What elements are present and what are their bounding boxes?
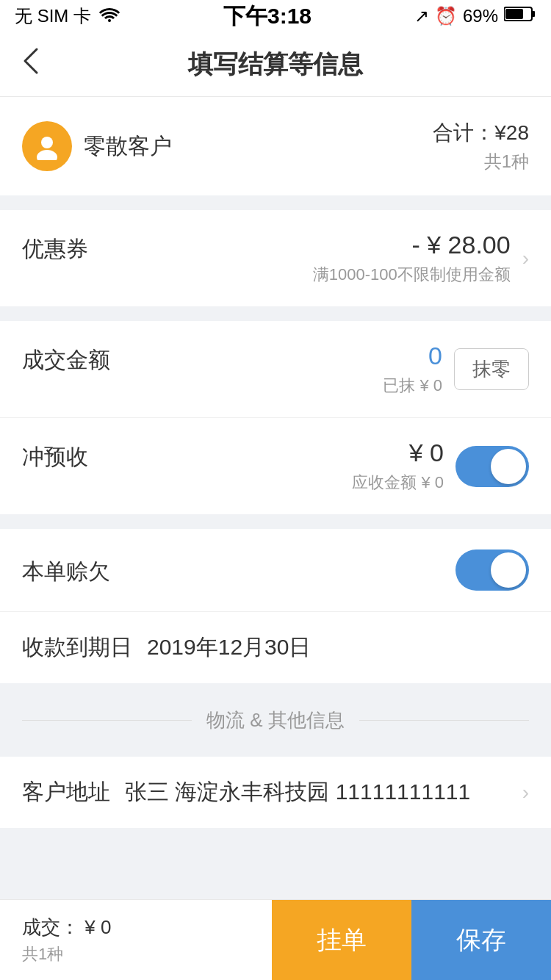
sim-status: 无 SIM 卡 [15, 4, 91, 28]
status-bar: 无 SIM 卡 下午3:18 ↗ ⏰ 69% [0, 0, 551, 32]
battery-level: 69% [463, 6, 498, 26]
round-button[interactable]: 抹零 [454, 348, 529, 390]
coupon-desc: 满1000-100不限制使用金额 [313, 264, 511, 286]
customer-count: 共1种 [433, 150, 529, 173]
coupon-right: - ¥ 28.00 满1000-100不限制使用金额 › [313, 231, 529, 286]
deal-amount-value: 0 [383, 342, 442, 370]
coupon-amount: - ¥ 28.00 [313, 231, 511, 259]
customer-name: 零散客户 [84, 131, 172, 162]
prepay-right-text: ¥ 0 应收金额 ¥ 0 [352, 439, 444, 494]
bottom-deal-label: 成交： [22, 916, 79, 938]
bottom-bar: 成交： ¥ 0 共1种 挂单 保存 [0, 899, 551, 980]
deal-section: 成交金额 0 已抹 ¥ 0 抹零 冲预收 ¥ 0 应收金额 ¥ 0 [0, 321, 551, 514]
coupon-right-text: - ¥ 28.00 满1000-100不限制使用金额 [313, 231, 511, 286]
avatar [22, 121, 72, 171]
location-icon: ↗ [414, 6, 429, 26]
address-row[interactable]: 客户地址 张三 海淀永丰科技园 11111111111 › [0, 757, 551, 828]
svg-rect-1 [532, 11, 535, 17]
deal-amount-right: 0 已抹 ¥ 0 抹零 [383, 342, 529, 397]
address-section: 客户地址 张三 海淀永丰科技园 11111111111 › [0, 757, 551, 828]
coupon-row[interactable]: 优惠券 - ¥ 28.00 满1000-100不限制使用金额 › [0, 210, 551, 306]
deal-amount-label: 成交金额 [22, 342, 110, 375]
address-chevron-icon: › [522, 781, 529, 804]
nav-bar: 填写结算等信息 [0, 32, 551, 97]
prepay-amount: ¥ 0 [352, 439, 444, 467]
bottom-deal: 成交： ¥ 0 [22, 915, 250, 940]
coupon-label: 优惠券 [22, 231, 88, 264]
status-time: 下午3:18 [223, 1, 311, 32]
content: 零散客户 合计：¥28 共1种 优惠券 - ¥ 28.00 满1000-100不… [0, 97, 551, 938]
prepay-label: 冲预收 [22, 439, 88, 472]
svg-point-4 [37, 150, 57, 160]
status-left: 无 SIM 卡 [15, 4, 120, 28]
customer-row[interactable]: 零散客户 合计：¥28 共1种 [0, 97, 551, 195]
logistics-label: 物流 & 其他信息 [192, 707, 359, 733]
back-button[interactable] [22, 39, 47, 90]
coupon-section: 优惠券 - ¥ 28.00 满1000-100不限制使用金额 › [0, 210, 551, 306]
prepay-toggle[interactable] [455, 446, 529, 487]
battery-icon [504, 6, 536, 26]
bottom-info: 成交： ¥ 0 共1种 [0, 915, 272, 965]
alarm-icon: ⏰ [435, 6, 457, 26]
credit-section: 本单赊欠 收款到期日 2019年12月30日 [0, 529, 551, 683]
prepay-row: 冲预收 ¥ 0 应收金额 ¥ 0 [0, 417, 551, 514]
credit-row: 本单赊欠 [0, 529, 551, 611]
credit-toggle-knob [491, 552, 526, 588]
logistics-divider: 物流 & 其他信息 [0, 698, 551, 742]
prepay-right: ¥ 0 应收金额 ¥ 0 [352, 439, 529, 494]
svg-point-3 [41, 137, 53, 148]
toggle-knob [491, 449, 526, 484]
deal-amount-sub: 已抹 ¥ 0 [383, 375, 442, 397]
hold-button[interactable]: 挂单 [272, 900, 411, 981]
bottom-deal-value: ¥ 0 [84, 916, 111, 938]
customer-right: 合计：¥28 共1种 [433, 119, 529, 173]
wifi-icon [98, 6, 120, 26]
address-value: 张三 海淀永丰科技园 11111111111 [125, 777, 522, 807]
status-right: ↗ ⏰ 69% [414, 6, 536, 26]
bottom-count: 共1种 [22, 943, 250, 965]
deal-amount-right-text: 0 已抹 ¥ 0 [383, 342, 442, 397]
prepay-sub: 应收金额 ¥ 0 [352, 472, 444, 494]
coupon-chevron-icon: › [522, 247, 529, 270]
address-label: 客户地址 [22, 777, 110, 807]
due-date-value: 2019年12月30日 [147, 633, 311, 663]
customer-total: 合计：¥28 [433, 119, 529, 147]
due-date-label: 收款到期日 [22, 633, 132, 663]
deal-amount-row: 成交金额 0 已抹 ¥ 0 抹零 [0, 321, 551, 417]
save-button[interactable]: 保存 [411, 900, 551, 981]
svg-rect-2 [505, 9, 523, 19]
customer-left: 零散客户 [22, 121, 172, 171]
page-title: 填写结算等信息 [188, 48, 363, 82]
credit-label: 本单赊欠 [22, 553, 110, 587]
due-date-row[interactable]: 收款到期日 2019年12月30日 [0, 611, 551, 683]
credit-toggle[interactable] [455, 550, 529, 591]
